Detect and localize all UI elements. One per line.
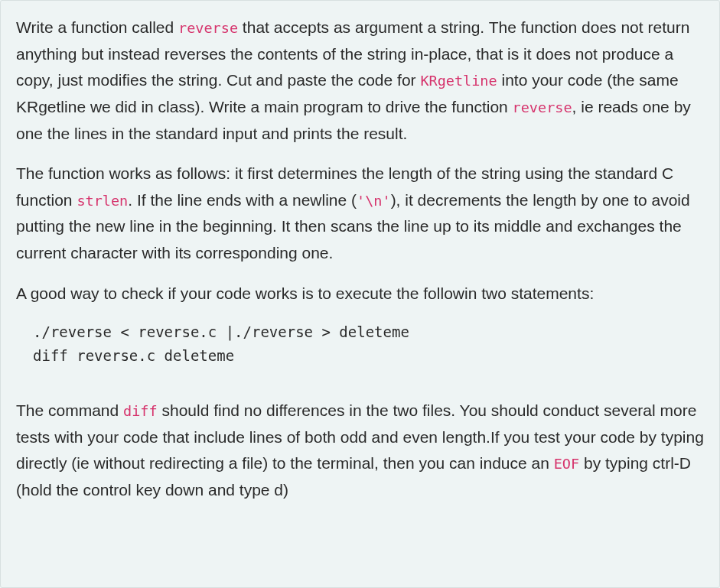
paragraph-1: Write a function called reverse that acc…: [16, 15, 704, 147]
paragraph-3: A good way to check if your code works i…: [16, 281, 704, 307]
code-reverse-2: reverse: [513, 99, 572, 115]
text: A good way to check if your code works i…: [16, 284, 594, 302]
paragraph-2: The function works as follows: it first …: [16, 161, 704, 267]
code-diff: diff: [123, 403, 158, 419]
text: Write a function called: [16, 18, 178, 36]
code-line-2: diff reverse.c deleteme: [33, 347, 234, 364]
text: . If the line ends with a newline (: [128, 191, 357, 209]
code-line-1: ./reverse < reverse.c |./reverse > delet…: [33, 323, 409, 340]
code-reverse: reverse: [178, 20, 238, 36]
code-strlen: strlen: [77, 193, 128, 209]
code-krgetline: KRgetline: [420, 73, 497, 89]
code-eof: EOF: [554, 456, 579, 472]
paragraph-4: The command diff should find no differen…: [16, 398, 704, 504]
code-block: ./reverse < reverse.c |./reverse > delet…: [16, 320, 704, 367]
code-newline: '\n': [357, 193, 391, 209]
text: The command: [16, 401, 123, 419]
